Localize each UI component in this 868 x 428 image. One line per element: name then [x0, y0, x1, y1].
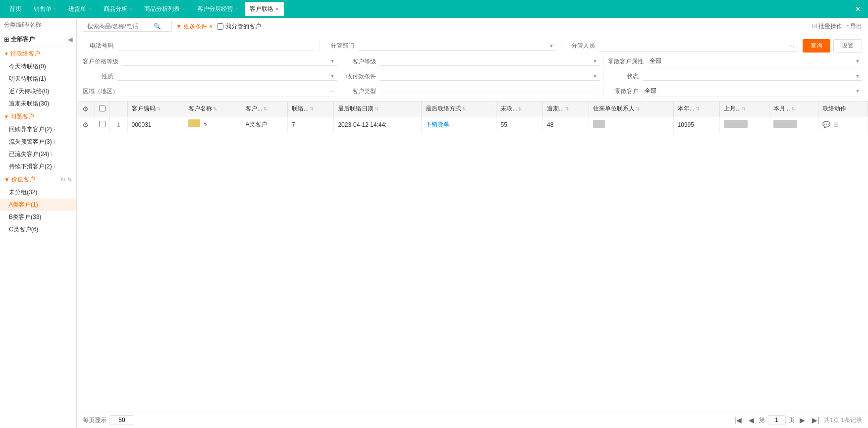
sidebar-grid-icon: ⊞: [4, 36, 9, 43]
row-name-cell: ？: [184, 116, 241, 133]
staff-select[interactable]: ···: [599, 40, 797, 52]
this-month-color: [773, 120, 797, 128]
more-filters-btn[interactable]: ▼ 更多条件 ∧: [176, 22, 213, 31]
status-label: 状态: [608, 72, 643, 81]
sidebar: 🔍 ⊞ 全部客户 ◀ ▼ 待联络客户 今天待联络(0) 明天待联络(1) 近7天…: [0, 18, 77, 428]
nav-tab-analysis[interactable]: 商品分析 ×: [99, 2, 137, 16]
col-header-unit-contact: 往来单位联系人 ⇅: [589, 102, 673, 116]
sidebar-item-class-c[interactable]: C类客户(6): [0, 223, 76, 236]
prev-page-btn[interactable]: ◀: [747, 416, 756, 424]
nav-tab-customer-contact[interactable]: 客户联络 ×: [245, 2, 283, 16]
close-analysis-icon[interactable]: ×: [129, 6, 132, 12]
main-search-icon[interactable]: 🔍: [154, 23, 161, 30]
last-page-btn[interactable]: ▶|: [810, 416, 821, 424]
page-size-input[interactable]: [109, 415, 134, 425]
last-method-sort-icon[interactable]: ⇅: [462, 106, 466, 111]
status-select[interactable]: ▼: [643, 72, 862, 81]
last-date-sort-icon[interactable]: ⇅: [375, 106, 379, 111]
price-grade-label: 客户价格等级: [83, 57, 122, 66]
select-all-checkbox[interactable]: [99, 105, 106, 111]
batch-op-btn[interactable]: ☑ 批量操作: [812, 22, 842, 31]
sidebar-item-churned[interactable]: 已流失客户(24) ℹ: [0, 148, 76, 160]
sidebar-item-declining[interactable]: 持续下滑客户(2) ℹ: [0, 160, 76, 173]
close-customer-contact-icon[interactable]: ×: [275, 6, 278, 12]
sidebar-item-class-b[interactable]: B类客户(33): [0, 211, 76, 223]
row-checkbox[interactable]: [99, 121, 106, 127]
customer-type-select[interactable]: [380, 90, 599, 93]
nature-select[interactable]: ▼: [117, 72, 337, 81]
customer-grade-select[interactable]: ▼: [380, 57, 599, 66]
current-page-input[interactable]: [768, 415, 786, 425]
nav-tab-salesorder[interactable]: 销售单 ×: [29, 2, 61, 16]
unit-contact-sort-icon[interactable]: ⇅: [636, 106, 640, 111]
sidebar-all-customers-label[interactable]: 全部客户: [11, 35, 35, 44]
value-edit-icon[interactable]: ✎: [67, 176, 72, 183]
nav-tab-purchase[interactable]: 进货单 ×: [63, 2, 96, 16]
overdue-sort-icon[interactable]: ⇅: [565, 106, 569, 111]
export-btn[interactable]: ↑ 导出: [846, 22, 862, 31]
contact-count-sort-icon[interactable]: ⇅: [310, 106, 314, 111]
sidebar-collapse-icon[interactable]: ◀: [68, 36, 72, 43]
row-this-month-cell: [769, 116, 818, 133]
top-nav: 首页 销售单 × 进货单 × 商品分析 × 商品分析列表 × 客户分层经营 × …: [0, 0, 868, 18]
sidebar-item-week[interactable]: 近7天待联络(0): [0, 85, 76, 98]
no-contact-sort-icon[interactable]: ⇅: [518, 106, 522, 111]
close-salesorder-icon[interactable]: ×: [54, 6, 56, 12]
info-declining-icon: ℹ: [54, 164, 55, 169]
row-last-method-cell: 下销货单: [421, 116, 496, 133]
retail-customer-select[interactable]: 全部 ▼: [643, 85, 862, 97]
sidebar-item-class-a[interactable]: A类客户(1): [0, 199, 76, 211]
pending-arrow-icon: ▼: [4, 51, 9, 56]
table-gear-icon[interactable]: ⚙: [82, 105, 89, 113]
name-sort-icon[interactable]: ⇅: [213, 106, 217, 111]
this-month-sort-icon[interactable]: ⇅: [791, 106, 795, 111]
first-page-btn[interactable]: |◀: [732, 416, 744, 424]
my-customers-checkbox-label[interactable]: 我分管的客户: [217, 22, 261, 31]
nav-tab-customer-tier[interactable]: 客户分层经营 ×: [192, 2, 243, 16]
sidebar-group-pending[interactable]: ▼ 待联络客户: [0, 47, 76, 60]
main-search-input[interactable]: [87, 23, 152, 30]
last-method-link[interactable]: 下销货单: [426, 121, 449, 128]
phone-input[interactable]: [117, 41, 315, 51]
value-refresh-icon[interactable]: ↻: [60, 176, 65, 183]
type-sort-icon[interactable]: ⇅: [263, 106, 267, 111]
my-customers-checkbox[interactable]: [217, 23, 223, 30]
region-select[interactable]: ···: [122, 86, 337, 97]
region-dots-icon[interactable]: ···: [329, 87, 335, 95]
row-gear-icon[interactable]: ⚙: [82, 121, 89, 129]
pay-cond-select[interactable]: ▼: [380, 72, 599, 81]
sidebar-item-unclassified[interactable]: 未分组(32): [0, 186, 76, 199]
sidebar-search-input[interactable]: [4, 21, 77, 28]
sidebar-item-overdue[interactable]: 逾期未联络(30): [0, 98, 76, 110]
close-purchase-icon[interactable]: ×: [88, 6, 91, 12]
code-sort-icon[interactable]: ⇅: [157, 106, 161, 111]
sidebar-item-today[interactable]: 今天待联络(0): [0, 60, 76, 73]
price-grade-select[interactable]: ▼: [122, 57, 337, 66]
grid-action-icon[interactable]: ⊞: [833, 121, 839, 128]
this-year-sort-icon[interactable]: ⇅: [696, 106, 700, 111]
last-month-sort-icon[interactable]: ⇅: [742, 106, 746, 111]
staff-dots-icon[interactable]: ···: [789, 42, 795, 50]
status-field: 状态 ▼: [608, 72, 862, 81]
query-btn[interactable]: 查询: [803, 39, 830, 53]
dept-select[interactable]: ▼: [358, 42, 556, 51]
chat-action-icon[interactable]: 💬: [822, 121, 830, 128]
sidebar-item-churn-warning[interactable]: 流失预警客户(3) ℹ: [0, 136, 76, 148]
problem-arrow-icon: ▼: [4, 114, 9, 119]
nav-home[interactable]: 首页: [4, 4, 27, 13]
close-customer-tier-icon[interactable]: ×: [235, 6, 238, 12]
window-close-button[interactable]: ✕: [852, 4, 864, 14]
nav-tab-analysis-list[interactable]: 商品分析列表 ×: [139, 2, 190, 16]
sidebar-item-tomorrow[interactable]: 明天待联络(1): [0, 73, 76, 85]
close-analysis-list-icon[interactable]: ×: [182, 6, 185, 12]
next-page-btn[interactable]: ▶: [798, 416, 807, 424]
sidebar-group-problem[interactable]: ▼ 问题客户: [0, 110, 76, 123]
sidebar-group-value[interactable]: ▼ 价值客户 ↻ ✎: [0, 173, 76, 186]
col-header-actions: 联络动作: [818, 102, 868, 116]
retail-attr-select[interactable]: 全部 ▼: [648, 55, 862, 67]
row-code-cell: 000031: [127, 116, 184, 133]
sidebar-item-repurchase-abnormal[interactable]: 回购异常客户(2) ℹ: [0, 123, 76, 136]
settings-btn[interactable]: 设置: [833, 39, 862, 53]
phone-label: 电话号码: [83, 42, 117, 50]
dept-field: 分管部门 ▼: [324, 42, 556, 51]
